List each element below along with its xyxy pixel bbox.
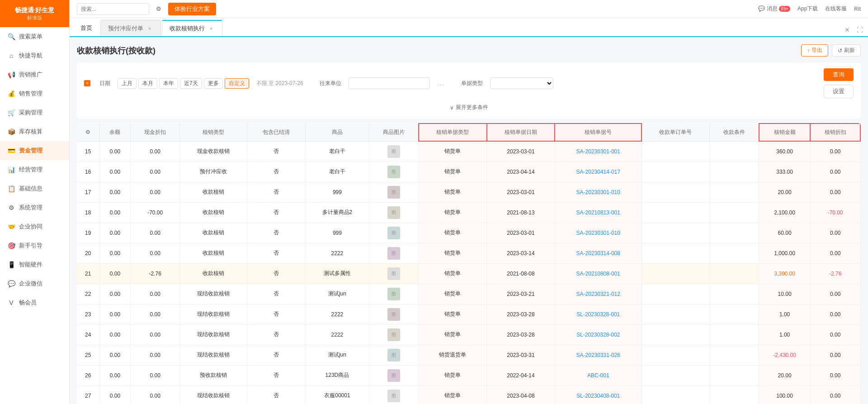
th-receipt-order-no: 收款单订单号 xyxy=(642,124,709,141)
td-include-settled: 否 xyxy=(247,365,306,385)
tab-writeoff-close[interactable]: × xyxy=(208,25,215,32)
doc-no-link[interactable]: SA-20210808-001 xyxy=(576,271,620,277)
td-writeoff-amount: 20.00 xyxy=(759,365,810,385)
doc-no-link[interactable]: SL-20230408-001 xyxy=(576,393,620,399)
expand-window-icon[interactable]: ⛶ xyxy=(855,25,864,34)
sidebar-item-system[interactable]: ⚙ 系统管理 xyxy=(0,198,69,217)
search-input[interactable] xyxy=(77,3,149,15)
td-writeoff-amount: 10.00 xyxy=(759,284,810,304)
doc-no-link[interactable]: SA-20230414-017 xyxy=(576,169,620,175)
td-goods-image: 图 xyxy=(369,284,419,304)
doc-no-link[interactable]: SA-20230301-010 xyxy=(576,230,620,236)
filter-expand-icon[interactable]: » xyxy=(84,80,90,86)
receipt-type-select[interactable] xyxy=(490,77,553,89)
table-row: 15 0.00 0.00 现金收款核销 否 老白干 图 销货单 2023-03-… xyxy=(77,141,860,162)
doc-no-link[interactable]: SA-20230301-010 xyxy=(576,189,620,195)
from-unit-dots[interactable]: ... xyxy=(437,80,445,87)
td-goods: 2222 xyxy=(306,243,369,263)
export-button[interactable]: ↑ 导出 xyxy=(801,44,828,57)
sidebar-item-enterprise[interactable]: 🤝 企业协同 xyxy=(0,217,69,236)
td-writeoff-doc-type: 销货单 xyxy=(419,304,487,324)
doc-no-link[interactable]: ABC-001 xyxy=(587,372,609,379)
td-include-settled: 否 xyxy=(247,324,306,345)
doc-no-link[interactable]: SA-20230314-008 xyxy=(576,250,620,257)
sidebar-item-smart-hardware[interactable]: 📱 智能硬件 xyxy=(0,255,69,274)
th-settings[interactable]: ⚙ xyxy=(77,124,99,141)
th-writeoff-doc-no: 核销单据号 xyxy=(555,124,642,141)
sidebar-item-wechat[interactable]: 💬 企业微信 xyxy=(0,274,69,293)
date-btn-more[interactable]: 更多 xyxy=(204,78,223,89)
table-row: 20 0.00 0.00 收款核销 否 2222 图 销货单 2023-03-1… xyxy=(77,243,860,263)
refresh-label: 刷新 xyxy=(844,47,855,54)
date-btn-custom[interactable]: 自定义 xyxy=(225,78,249,89)
td-writeoff-doc-date: 2023-03-01 xyxy=(487,182,555,202)
sidebar-item-inventory[interactable]: 📦 库存核算 xyxy=(0,122,69,141)
sidebar-item-quick-nav[interactable]: ⌂ 快捷导航 xyxy=(0,46,69,65)
sidebar-label-marketing: 营销推广 xyxy=(19,71,42,79)
sidebar-item-member[interactable]: V 畅会员 xyxy=(0,293,69,312)
settings-button[interactable]: 设置 xyxy=(824,85,854,98)
td-receipt-condition xyxy=(709,324,759,345)
doc-no-link[interactable]: SA-20210813-001 xyxy=(576,209,620,216)
user-name[interactable]: Rit xyxy=(854,6,861,12)
doc-no-link[interactable]: SA-20230301-001 xyxy=(576,148,620,155)
sidebar-item-sales[interactable]: 💰 销售管理 xyxy=(0,84,69,103)
doc-no-link[interactable]: SL-20230328-002 xyxy=(576,332,620,338)
tab-prepay-close[interactable]: × xyxy=(146,25,153,32)
expand-icon-arrow: ∨ xyxy=(450,105,454,111)
td-writeoff-amount: 1.00 xyxy=(759,304,810,324)
tab-prepay[interactable]: 预付冲应付单 × xyxy=(100,20,161,36)
td-goods: 老白干 xyxy=(306,141,369,162)
smart-hardware-icon: 📱 xyxy=(7,261,15,269)
sidebar-label-member: 畅会员 xyxy=(19,299,37,307)
td-receipt-condition xyxy=(709,141,759,162)
td-writeoff-doc-type: 销货退货单 xyxy=(419,345,487,365)
sidebar-item-marketing[interactable]: 📢 营销推广 xyxy=(0,65,69,84)
td-cash-discount: 0.00 xyxy=(131,223,180,243)
date-range-display: 不限 至 2023-07-26 xyxy=(256,80,303,87)
doc-no-link[interactable]: SA-20230321-012 xyxy=(576,291,620,297)
marketing-icon: 📢 xyxy=(7,71,15,79)
date-btn-this-year[interactable]: 本年 xyxy=(159,78,178,89)
industry-btn[interactable]: 体验行业方案 xyxy=(168,3,216,15)
td-writeoff-doc-date: 2023-03-28 xyxy=(487,304,555,324)
quick-nav-icon: ⌂ xyxy=(7,52,15,60)
sidebar-item-funds[interactable]: 💳 资金管理 xyxy=(0,141,69,160)
td-writeoff-type: 现结收款核销 xyxy=(180,385,247,404)
table-row: 21 0.00 -2.76 收款核销 否 测试多属性 图 销货单 2021-08… xyxy=(77,263,860,284)
query-button[interactable]: 查询 xyxy=(824,68,854,81)
app-download-link[interactable]: App下载 xyxy=(797,5,818,13)
refresh-button[interactable]: ↺ 刷新 xyxy=(832,44,861,57)
sidebar-label-basic-info: 基础信息 xyxy=(19,185,42,193)
sidebar-item-guide[interactable]: 🎯 新手引导 xyxy=(0,236,69,255)
sidebar-item-search[interactable]: 🔍 搜索菜单 xyxy=(0,27,69,46)
member-icon: V xyxy=(7,299,15,307)
sidebar-item-purchase[interactable]: 🛒 采购管理 xyxy=(0,103,69,122)
td-cash-discount: -70.00 xyxy=(131,202,180,223)
td-writeoff-doc-no: SL-20230408-001 xyxy=(555,385,642,404)
table-scroll-area[interactable]: ⚙ 余额 现金折扣 核销类型 包含已结清 商品 商品图片 核销单据类型 核销单据… xyxy=(77,123,861,404)
tab-writeoff[interactable]: 收款核销执行 × xyxy=(162,20,222,36)
date-btn-this-month[interactable]: 本月 xyxy=(138,78,157,89)
tab-home[interactable]: 首页 xyxy=(73,20,99,36)
td-writeoff-doc-type: 销货单 xyxy=(419,243,487,263)
gear-icon[interactable]: ⚙ xyxy=(153,3,165,15)
doc-no-link[interactable]: SA-20230331-026 xyxy=(576,352,620,358)
close-window-icon[interactable]: ✕ xyxy=(843,25,852,34)
expand-more-conditions[interactable]: ∨ 展开更多条件 xyxy=(84,102,854,113)
sidebar-item-operations[interactable]: 📊 经营管理 xyxy=(0,160,69,179)
online-service-link[interactable]: 在线客服 xyxy=(825,5,847,13)
td-writeoff-doc-no: SA-20230301-001 xyxy=(555,141,642,162)
doc-no-link[interactable]: SL-20230328-001 xyxy=(576,311,620,318)
from-unit-input[interactable] xyxy=(349,77,430,89)
page-content: 收款核销执行(按收款) ↑ 导出 ↺ 刷新 » 日期 上月 本月 xyxy=(70,37,868,404)
table-row: 24 0.00 0.00 现结收款核销 否 2222 图 销货单 2023-03… xyxy=(77,324,860,345)
sidebar-item-basic-info[interactable]: 📋 基础信息 xyxy=(0,179,69,198)
inventory-icon: 📦 xyxy=(7,128,15,136)
td-cash-discount: 0.00 xyxy=(131,304,180,324)
td-writeoff-doc-no: SA-20230301-010 xyxy=(555,223,642,243)
message-area[interactable]: 💬 消息 99+ xyxy=(758,5,790,13)
date-btn-7days[interactable]: 近7天 xyxy=(180,78,202,89)
date-btn-last-month[interactable]: 上月 xyxy=(118,78,137,89)
td-writeoff-amount: 2,100.00 xyxy=(759,202,810,223)
